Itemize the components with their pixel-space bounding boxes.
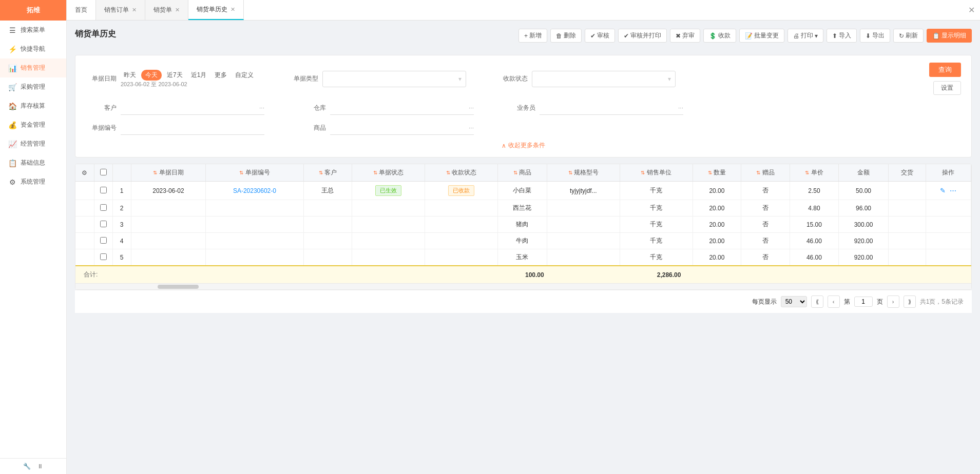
td-actions <box>926 216 971 233</box>
add-button[interactable]: + 新增 <box>518 29 547 43</box>
row-checkbox[interactable] <box>100 221 107 227</box>
date-btn-1month[interactable]: 近1月 <box>188 70 210 81</box>
delete-icon: 🗑 <box>556 32 562 40</box>
payment-status-input[interactable] <box>536 73 668 85</box>
date-btn-yesterday[interactable]: 昨天 <box>121 70 139 81</box>
td-checkbox[interactable] <box>94 182 112 200</box>
th-customer[interactable]: ⇅ 客户 <box>303 164 352 182</box>
delete-button[interactable]: 🗑 删除 <box>550 29 582 43</box>
prev-page-btn[interactable]: ‹ <box>828 295 840 308</box>
th-doc-no[interactable]: ⇅ 单据编号 <box>206 164 303 182</box>
import-button[interactable]: ⬆ 导入 <box>827 29 857 43</box>
edit-action-icon[interactable]: ✎ <box>940 187 946 194</box>
sidebar-pause-icon[interactable]: ⏸ <box>37 463 43 470</box>
horizontal-scrollbar[interactable] <box>75 283 971 289</box>
collect-button[interactable]: 💲 收款 <box>703 29 736 43</box>
tab-sales-goods-close[interactable]: ✕ <box>175 7 180 13</box>
doc-type-input[interactable] <box>327 73 458 85</box>
td-amount: 920.00 <box>838 233 888 249</box>
salesperson-dots[interactable]: ··· <box>678 104 683 111</box>
td-payment-status <box>425 233 498 249</box>
date-btn-custom[interactable]: 自定义 <box>232 70 257 81</box>
last-page-btn[interactable]: ⟫ <box>904 295 916 308</box>
print-button[interactable]: 🖨 打印 ▾ <box>787 29 823 43</box>
th-qty[interactable]: ⇅ 数量 <box>693 164 741 182</box>
warehouse-dots[interactable]: ··· <box>469 104 474 111</box>
sidebar-item-finance[interactable]: 💰 资金管理 <box>0 115 66 134</box>
per-page-select[interactable]: 50 10 20 100 <box>781 296 807 307</box>
th-unit-price[interactable]: ⇅ 单价 <box>790 164 839 182</box>
sidebar-item-purchase-mgmt[interactable]: 🛒 采购管理 <box>0 77 66 96</box>
th-unit[interactable]: ⇅ 销售单位 <box>620 164 693 182</box>
td-checkbox[interactable] <box>94 216 112 233</box>
finance-icon: 💰 <box>8 121 16 129</box>
sidebar-item-sales-mgmt[interactable]: 📊 销售管理 <box>0 58 66 77</box>
row-checkbox[interactable] <box>100 237 107 244</box>
abandon-button[interactable]: ✖ 弃审 <box>670 29 700 43</box>
query-button[interactable]: 查询 <box>929 63 961 77</box>
sidebar-item-inventory[interactable]: 🏠 库存核算 <box>0 96 66 115</box>
next-page-btn[interactable]: › <box>887 295 899 308</box>
row-checkbox[interactable] <box>100 187 107 193</box>
more-action-icon[interactable]: ⋯ <box>950 187 956 194</box>
filter-salesperson: 业务员 ··· <box>505 101 683 115</box>
td-checkbox[interactable] <box>94 249 112 266</box>
set-button[interactable]: 设置 <box>933 81 961 95</box>
tab-home-label: 首页 <box>75 6 87 14</box>
select-all-checkbox[interactable] <box>100 169 107 175</box>
filter-collapse-btn[interactable]: ∧ 收起更多条件 <box>86 141 961 150</box>
td-checkbox[interactable] <box>94 200 112 216</box>
window-close-btn[interactable]: ✕ <box>968 5 975 15</box>
td-checkbox[interactable] <box>94 233 112 249</box>
salesperson-input[interactable] <box>540 102 677 113</box>
th-payment-status[interactable]: ⇅ 收款状态 <box>425 164 498 182</box>
first-page-btn[interactable]: ⟪ <box>811 295 823 308</box>
refresh-button[interactable]: ↻ 刷新 <box>893 29 924 43</box>
th-goods[interactable]: ⇅ 商品 <box>497 164 547 182</box>
date-btn-more[interactable]: 更多 <box>212 70 230 81</box>
th-settings[interactable]: ⚙ <box>75 164 94 182</box>
date-btn-today[interactable]: 今天 <box>141 70 162 81</box>
tab-sales-order[interactable]: 销售订单 ✕ <box>96 0 145 20</box>
sidebar-item-ops-mgmt[interactable]: 📈 经营管理 <box>0 134 66 153</box>
goods-dots[interactable]: ··· <box>469 124 474 131</box>
doc-no-input[interactable] <box>121 122 264 133</box>
scrollbar-thumb[interactable] <box>158 285 199 289</box>
goods-input[interactable] <box>330 122 468 133</box>
customer-input[interactable] <box>121 102 258 113</box>
page-title: 销货单历史 <box>75 29 116 40</box>
batch-change-button[interactable]: 📝 批量变更 <box>739 29 784 43</box>
sidebar-item-label: 搜索菜单 <box>21 26 45 34</box>
tab-sales-history-close[interactable]: ✕ <box>230 6 235 13</box>
sidebar-item-quick-nav[interactable]: ⚡ 快捷导航 <box>0 40 66 58</box>
th-gift[interactable]: ⇅ 赠品 <box>741 164 790 182</box>
tab-sales-order-close[interactable]: ✕ <box>132 7 137 13</box>
audit-button[interactable]: ✔ 审核 <box>585 29 615 43</box>
sidebar-tools-icon[interactable]: 🔧 <box>23 463 31 470</box>
td-customer <box>303 233 352 249</box>
row-checkbox[interactable] <box>100 204 107 211</box>
th-doc-status[interactable]: ⇅ 单据状态 <box>352 164 425 182</box>
export-button[interactable]: ⬇ 导出 <box>860 29 890 43</box>
tab-home[interactable]: 首页 <box>67 0 96 20</box>
show-detail-button[interactable]: 📋 显示明细 <box>927 29 972 43</box>
audit-print-button[interactable]: ✔ 审核并打印 <box>618 29 667 43</box>
th-doc-date[interactable]: ⇅ 单据日期 <box>131 164 206 182</box>
page-number-input[interactable] <box>854 297 873 307</box>
sidebar-item-sys-mgmt[interactable]: ⚙ 系统管理 <box>0 172 66 191</box>
sidebar-item-search-menu[interactable]: ☰ 搜索菜单 <box>0 21 66 40</box>
tab-sales-history[interactable]: 销货单历史 ✕ <box>188 0 244 20</box>
sidebar-item-label: 采购管理 <box>21 83 45 91</box>
row-checkbox[interactable] <box>100 253 107 260</box>
action-icons: ✎ ⋯ <box>929 187 968 194</box>
tab-sales-goods[interactable]: 销货单 ✕ <box>145 0 188 20</box>
date-btn-7days[interactable]: 近7天 <box>164 70 186 81</box>
th-checkbox[interactable] <box>94 164 112 182</box>
warehouse-input[interactable] <box>330 102 468 113</box>
td-transaction <box>889 249 926 266</box>
customer-dots[interactable]: ··· <box>259 104 264 111</box>
sidebar-item-basic-info[interactable]: 📋 基础信息 <box>0 153 66 172</box>
td-spec <box>547 233 620 249</box>
purchase-mgmt-icon: 🛒 <box>8 83 16 91</box>
th-spec[interactable]: ⇅ 规格型号 <box>547 164 620 182</box>
